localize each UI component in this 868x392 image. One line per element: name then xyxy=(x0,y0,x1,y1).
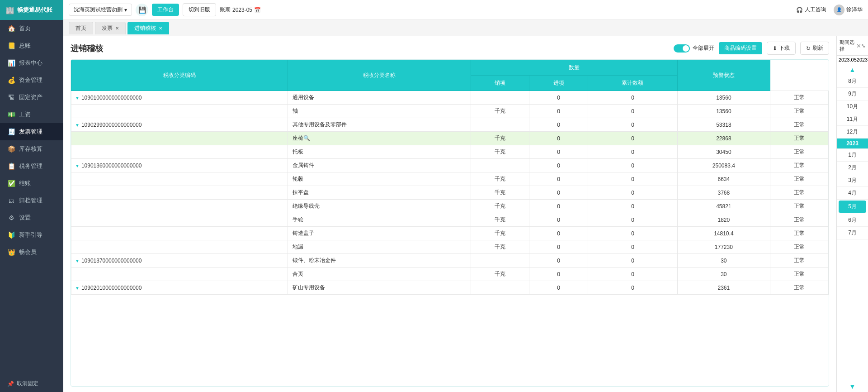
cell-code xyxy=(71,132,288,145)
tabs-bar: 首页 发票 ✕ 进销稽核 ✕ xyxy=(63,20,868,36)
app-name: 畅捷通易代账 xyxy=(17,6,52,14)
cell-name: 其他专用设备及零部件 xyxy=(288,118,471,132)
cell-unit xyxy=(471,159,529,172)
toggle-track[interactable] xyxy=(674,44,690,53)
download-button[interactable]: ⬇ 下载 xyxy=(767,42,796,55)
cell-code xyxy=(71,240,288,254)
cell-purchase: 0 xyxy=(588,132,677,145)
sidebar-item-funds[interactable]: 💰 资金管理 xyxy=(0,72,63,89)
sidebar-item-tax[interactable]: 📋 税务管理 xyxy=(0,158,63,175)
tab-invoice-close[interactable]: ✕ xyxy=(115,26,119,31)
period-close-button[interactable]: ✕ xyxy=(856,43,861,49)
refresh-button[interactable]: ↻ 刷新 xyxy=(800,42,829,55)
sidebar-item-inventory[interactable]: 📦 库存核算 xyxy=(0,140,63,158)
period-year-2023: 2023 xyxy=(837,139,868,149)
period-month-11[interactable]: 11月 xyxy=(837,113,868,126)
user-label: 徐泽华 xyxy=(846,6,863,14)
workbench-button[interactable]: 工作台 xyxy=(152,4,179,16)
search-cell-icon[interactable]: 🔍 xyxy=(303,135,310,141)
cell-purchase: 0 xyxy=(588,186,677,200)
period-month-8[interactable]: 8月 xyxy=(837,75,868,88)
cell-code: ▼10901360000000000000 xyxy=(71,159,288,172)
period-text: 账期 xyxy=(220,6,231,14)
sidebar-item-assets[interactable]: 🏗 固定资产 xyxy=(0,89,63,106)
company-select[interactable]: 沈海英测试经营勿删 ▾ xyxy=(69,4,132,16)
sidebar-footer[interactable]: 📌 取消固定 xyxy=(0,375,63,392)
period-month-9[interactable]: 9月 xyxy=(837,88,868,100)
sidebar-item-reports[interactable]: 📊 报表中心 xyxy=(0,54,63,72)
sidebar-item-home[interactable]: 🏠 首页 xyxy=(0,20,63,37)
period-month-list: 8月 9月 10月 11月 12月 2023 1月 2月 3月 4月 5月 6月… xyxy=(837,75,868,381)
user-button[interactable]: 👤 徐泽华 xyxy=(834,5,863,15)
service-label: 人工咨询 xyxy=(805,6,826,14)
period-down-button[interactable]: ▼ xyxy=(837,381,868,392)
cell-unit: 千克 xyxy=(471,268,529,281)
cell-code xyxy=(71,172,288,186)
cell-unit: 千克 xyxy=(471,240,529,254)
invoice-icon: 🧾 xyxy=(7,128,15,135)
tab-reconcile-close[interactable]: ✕ xyxy=(159,26,162,31)
cell-status: 正常 xyxy=(770,240,828,254)
sidebar-item-ledger[interactable]: 📒 总账 xyxy=(0,37,63,54)
period-up-button[interactable]: ▲ xyxy=(837,64,868,75)
cell-status: 正常 xyxy=(770,172,828,186)
period-month-12[interactable]: 12月 xyxy=(837,126,868,139)
sidebar-item-member[interactable]: 👑 畅会员 xyxy=(0,244,63,261)
cell-unit: 千克 xyxy=(471,145,529,159)
content-main: 进销稽核 全部展开 商品编码设置 ⬇ 下载 ↻ 刷 xyxy=(63,36,836,392)
expand-icon[interactable]: ⤡ xyxy=(861,43,865,49)
sidebar-item-archive[interactable]: 🗂 归档管理 xyxy=(0,192,63,209)
sidebar-item-invoice[interactable]: 🧾 发票管理 xyxy=(0,123,63,140)
sidebar-item-settings[interactable]: ⚙ 设置 xyxy=(0,209,63,226)
tab-home[interactable]: 首页 xyxy=(69,22,93,34)
product-code-button[interactable]: 商品编码设置 xyxy=(719,42,762,54)
period-month-10[interactable]: 10月 xyxy=(837,100,868,113)
cell-status: 正常 xyxy=(770,145,828,159)
tab-invoice-label: 发票 xyxy=(102,24,113,32)
cell-status: 正常 xyxy=(770,213,828,227)
save-icon-btn[interactable]: 💾 xyxy=(136,4,148,16)
cell-code: ▼10902010000000000000 xyxy=(71,281,288,295)
cell-total: 3768 xyxy=(678,186,770,200)
cell-purchase: 0 xyxy=(588,145,677,159)
cell-total: 53318 xyxy=(678,118,770,132)
cell-sales: 0 xyxy=(529,254,588,268)
cell-purchase: 0 xyxy=(588,105,677,118)
cell-total: 30450 xyxy=(678,145,770,159)
cell-name: 绝缘导线壳 xyxy=(288,200,471,213)
tab-reconcile[interactable]: 进销稽核 ✕ xyxy=(127,22,169,34)
sidebar-logo: 🏢 畅捷通易代账 xyxy=(0,0,63,20)
period-month-3[interactable]: 3月 xyxy=(837,174,868,187)
sidebar-item-payroll[interactable]: 💵 工资 xyxy=(0,106,63,123)
sidebar-item-guide[interactable]: 🔰 新手引导 xyxy=(0,226,63,244)
footer-label: 取消固定 xyxy=(17,380,38,387)
service-button[interactable]: 🎧 人工咨询 xyxy=(796,6,826,14)
cell-sales: 0 xyxy=(529,281,588,295)
table-row: 绝缘导线壳 千克 0 0 45821 正常 xyxy=(71,200,829,213)
payroll-icon: 💵 xyxy=(7,111,15,118)
cell-purchase: 0 xyxy=(588,213,677,227)
switch-version-button[interactable]: 切到旧版 xyxy=(183,3,216,16)
table-row: ▼10901360000000000000 金属铸件 0 0 250083.4 … xyxy=(71,159,829,172)
period-month-2[interactable]: 2月 xyxy=(837,162,868,174)
period-month-1[interactable]: 1月 xyxy=(837,149,868,162)
cell-total: 6634 xyxy=(678,172,770,186)
sidebar-item-settlement[interactable]: ✅ 结账 xyxy=(0,175,63,192)
cell-name: 铸造盖子 xyxy=(288,227,471,240)
company-name: 沈海英测试经营勿删 xyxy=(74,6,123,14)
period-month-6[interactable]: 6月 xyxy=(837,214,868,227)
expand-toggle[interactable]: 全部展开 xyxy=(674,44,714,53)
tab-invoice[interactable]: 发票 ✕ xyxy=(95,22,126,34)
cell-purchase: 0 xyxy=(588,240,677,254)
period-month-7[interactable]: 7月 xyxy=(837,227,868,239)
archive-icon: 🗂 xyxy=(7,197,15,204)
sidebar-item-label: 总账 xyxy=(19,42,31,50)
cell-name: 手轮 xyxy=(288,213,471,227)
cell-purchase: 0 xyxy=(588,254,677,268)
period-month-5[interactable]: 5月 xyxy=(839,201,866,213)
cell-sales: 0 xyxy=(529,213,588,227)
download-label: 下载 xyxy=(779,44,790,52)
period-month-4[interactable]: 4月 xyxy=(837,187,868,200)
table-wrap: 税收分类编码 税收分类名称 数量 预警状态 销项 进项 累计数额 ▼10 xyxy=(71,59,829,387)
topbar-right: 🎧 人工咨询 👤 徐泽华 xyxy=(796,5,863,15)
